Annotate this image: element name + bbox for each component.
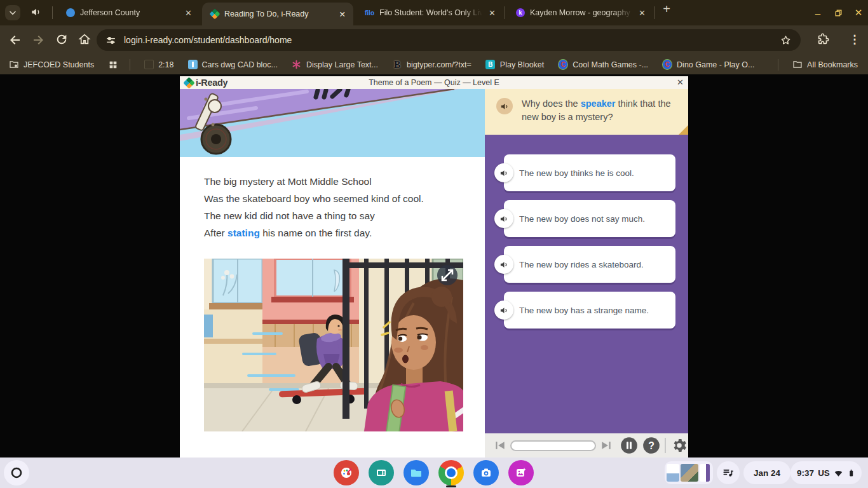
extensions-button[interactable] xyxy=(816,32,830,46)
tab-iready-active[interactable]: Reading To Do, i-Ready ✕ xyxy=(202,3,353,25)
tab-close-icon[interactable]: ✕ xyxy=(185,8,192,18)
bookmark-bigtyper[interactable]: B bigtyper.com/?txt= xyxy=(392,60,471,70)
skip-forward-button[interactable] xyxy=(600,439,613,452)
poem-line: Was the skateboard boy who seemed kind o… xyxy=(204,190,424,207)
bookmark-play-blooket[interactable]: B Play Blooket xyxy=(485,60,544,70)
bookmark-dino-game[interactable]: C Dino Game - Play O... xyxy=(662,60,754,70)
passage-banner-illustration xyxy=(180,89,485,157)
question-box: Why does the speaker think that the new … xyxy=(485,89,688,135)
window-preview-thumbnail xyxy=(681,464,698,482)
camera-app-icon[interactable] xyxy=(473,460,499,485)
back-button[interactable] xyxy=(8,32,23,48)
bookmark-label: Play Blooket xyxy=(500,60,544,69)
answer-option-1[interactable]: The new boy thinks he is cool. xyxy=(504,154,675,191)
folder-icon xyxy=(792,60,803,70)
bookmark-cars-cad[interactable]: Cars dwg CAD bloc... xyxy=(188,60,278,69)
speaker-icon xyxy=(499,260,509,269)
iready-quiz-window: i-Ready Theme of a Poem — Quiz — Level E… xyxy=(180,76,688,458)
all-bookmarks-button[interactable]: All Bookmarks xyxy=(792,60,858,70)
speaker-icon xyxy=(499,214,509,224)
poem-line: After stating his name on the first day. xyxy=(204,224,424,241)
tab-filo-student[interactable]: filo Filo Student: World's Only Live I ✕ xyxy=(357,0,502,25)
vocab-link-speaker[interactable]: speaker xyxy=(581,98,616,109)
tab-title: Jefferson County xyxy=(80,8,179,17)
speaker-icon xyxy=(499,168,509,178)
bookmark-label: Dino Game - Play O... xyxy=(677,60,754,69)
passage-illustration xyxy=(204,259,463,431)
bookmark-jefcoed-students[interactable]: JEFCOED Students xyxy=(9,60,94,70)
tab-kayden-morrow[interactable]: k Kayden Morrow - geography of ✕ xyxy=(508,0,652,25)
help-button[interactable]: ? xyxy=(642,437,660,454)
filo-favicon-icon: filo xyxy=(365,10,374,17)
files-app-icon[interactable] xyxy=(403,460,429,485)
home-button[interactable] xyxy=(78,32,93,48)
tab-search-button[interactable] xyxy=(5,5,20,20)
footer-separator xyxy=(665,438,666,453)
window-previews[interactable] xyxy=(665,461,713,484)
iready-favicon-icon xyxy=(210,9,220,20)
news-app-icon[interactable] xyxy=(369,460,394,485)
bookmark-apps-grid[interactable] xyxy=(108,60,118,70)
chrome-app-icon[interactable] xyxy=(438,460,464,485)
answer-option-3[interactable]: The new boy rides a skateboard. xyxy=(504,246,675,283)
bookmark-label: Cars dwg CAD bloc... xyxy=(202,60,278,69)
skip-back-button[interactable] xyxy=(494,439,506,452)
bookmark-display-large-text[interactable]: Display Large Text... xyxy=(292,60,378,70)
bookmarks-separator xyxy=(778,59,778,71)
tab-close-icon[interactable]: ✕ xyxy=(339,10,346,19)
audio-progress-bar[interactable] xyxy=(510,440,596,451)
tab-separator xyxy=(52,6,53,19)
tab-separator xyxy=(654,6,655,19)
launcher-button[interactable] xyxy=(4,460,29,485)
bookmark-cool-math-games[interactable]: C Cool Math Games -... xyxy=(558,60,648,70)
tab-audio-icon[interactable] xyxy=(31,6,42,18)
canvas-app-icon[interactable] xyxy=(334,460,359,485)
bookmark-star-icon[interactable] xyxy=(780,34,792,46)
pause-button[interactable] xyxy=(620,437,638,454)
keyboard-locale: US xyxy=(818,468,830,478)
answer-option-4[interactable]: The new boy has a strange name. xyxy=(504,292,675,329)
answer-text[interactable]: The new boy rides a skateboard. xyxy=(504,246,675,283)
answer-option-2[interactable]: The new boy does not say much. xyxy=(504,200,675,237)
address-bar[interactable]: login.i-ready.com/student/dashboard/home xyxy=(97,29,801,51)
answer-audio-button[interactable] xyxy=(494,209,513,228)
gallery-app-icon[interactable] xyxy=(508,460,534,485)
restore-icon xyxy=(834,9,843,17)
media-controls-button[interactable] xyxy=(717,461,740,484)
question-panel: Why does the speaker think that the new … xyxy=(485,89,688,458)
browser-menu-button[interactable]: ⋮ xyxy=(849,32,860,46)
calendar-date-button[interactable]: Jan 24 xyxy=(743,461,790,484)
forward-button[interactable] xyxy=(31,32,46,48)
quiz-close-button[interactable]: ✕ xyxy=(677,78,684,87)
answer-text[interactable]: The new boy does not say much. xyxy=(504,200,675,237)
settings-gear-button[interactable] xyxy=(670,437,688,454)
site-settings-icon[interactable] xyxy=(105,35,116,46)
tab-jefferson-county[interactable]: Jefferson County ✕ xyxy=(58,0,198,25)
tab-close-icon[interactable]: ✕ xyxy=(489,8,496,18)
tab-title: Reading To Do, i-Ready xyxy=(224,10,332,18)
chromeos-shelf: Jan 24 9:37 US xyxy=(0,458,868,488)
quiz-title: Theme of a Poem — Quiz — Level E xyxy=(180,78,688,87)
svg-text:?: ? xyxy=(648,440,654,451)
answer-text[interactable]: The new boy has a strange name. xyxy=(504,292,675,329)
answer-audio-button[interactable] xyxy=(494,255,513,274)
poem-text: The big mystery at Mott Middle School Wa… xyxy=(204,173,424,241)
wifi-icon xyxy=(834,468,843,478)
vocab-link-stating[interactable]: stating xyxy=(227,227,260,238)
answer-audio-button[interactable] xyxy=(494,301,513,320)
reload-button[interactable] xyxy=(55,32,70,48)
window-restore-button[interactable] xyxy=(831,6,845,19)
bookmark-label: JEFCOED Students xyxy=(24,60,94,69)
question-audio-button[interactable] xyxy=(496,98,513,114)
new-tab-button[interactable]: + xyxy=(660,3,674,15)
status-tray[interactable]: 9:37 US xyxy=(790,461,862,484)
window-preview-thumbnail xyxy=(667,464,679,482)
iready-logo: i-Ready xyxy=(185,78,227,88)
bookmark-timestamp[interactable]: 2:18 xyxy=(144,60,173,69)
window-close-button[interactable]: ✕ xyxy=(851,6,865,19)
url-text[interactable]: login.i-ready.com/student/dashboard/home xyxy=(124,35,780,45)
answer-audio-button[interactable] xyxy=(494,163,513,182)
window-minimize-button[interactable]: – xyxy=(811,6,825,19)
answer-text[interactable]: The new boy thinks he is cool. xyxy=(504,154,675,191)
tab-close-icon[interactable]: ✕ xyxy=(639,8,646,18)
